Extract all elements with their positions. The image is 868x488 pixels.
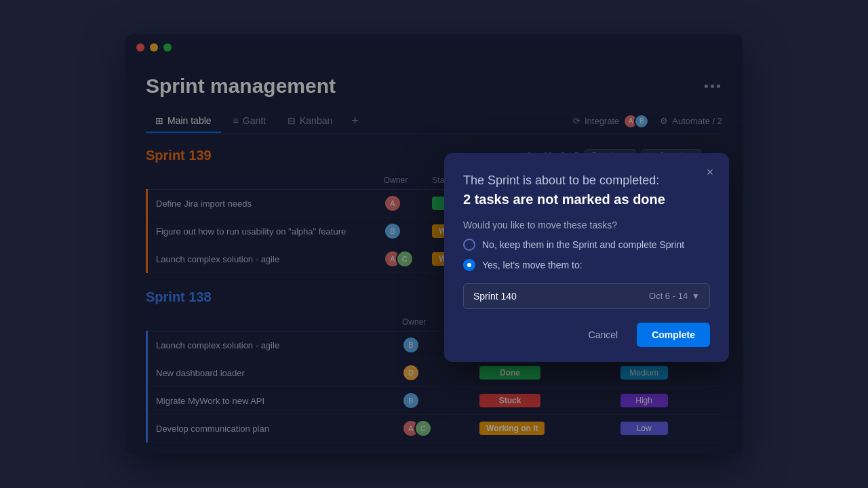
- app-window: Sprint management ••• ⊞ Main table ≡ Gan…: [125, 34, 743, 454]
- complete-sprint-modal: × The Sprint is about to be completed: 2…: [444, 153, 729, 361]
- modal-overlay: × The Sprint is about to be completed: 2…: [125, 34, 743, 454]
- radio-circle-no: [463, 239, 475, 251]
- modal-title-line2: 2 tasks are not marked as done: [463, 190, 710, 209]
- sprint-select-date-text: Oct 6 - 14: [649, 291, 688, 301]
- modal-title-line1: The Sprint is about to be completed:: [463, 174, 659, 187]
- radio-circle-yes: [463, 259, 475, 271]
- modal-subtitle: Would you like to move these tasks?: [463, 220, 710, 230]
- modal-title: The Sprint is about to be completed: 2 t…: [463, 172, 710, 208]
- cancel-button[interactable]: Cancel: [578, 324, 629, 346]
- sprint-select-name: Sprint 140: [473, 291, 517, 302]
- radio-group: No, keep them in the Sprint and complete…: [463, 239, 710, 271]
- sprint-select-dropdown[interactable]: Sprint 140 Oct 6 - 14 ▼: [463, 283, 710, 309]
- radio-option-yes-label: Yes, let's move them to:: [482, 260, 583, 270]
- complete-button[interactable]: Complete: [637, 323, 710, 347]
- chevron-down-icon: ▼: [692, 291, 700, 301]
- radio-option-no-label: No, keep them in the Sprint and complete…: [482, 239, 684, 250]
- sprint-select-date: Oct 6 - 14 ▼: [649, 291, 700, 301]
- modal-footer: Cancel Complete: [463, 323, 710, 347]
- close-modal-button[interactable]: ×: [701, 163, 719, 182]
- radio-option-no[interactable]: No, keep them in the Sprint and complete…: [463, 239, 710, 251]
- radio-option-yes[interactable]: Yes, let's move them to:: [463, 259, 710, 271]
